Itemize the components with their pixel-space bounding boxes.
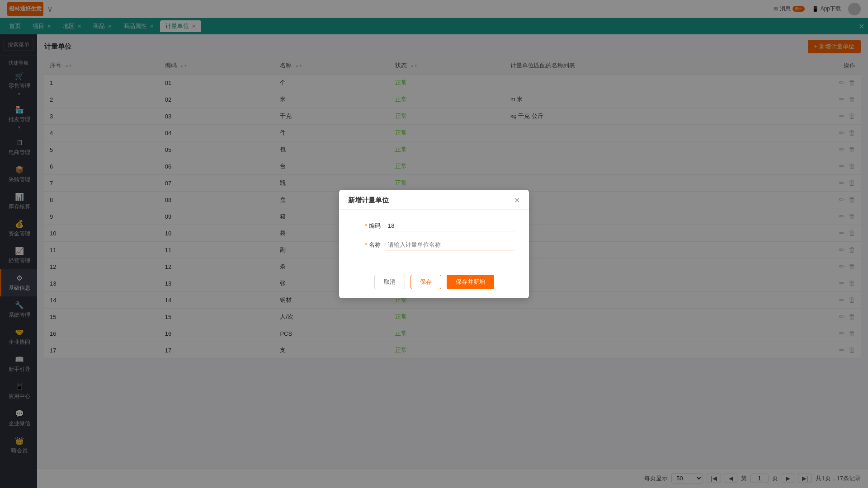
name-required-mark: * [365,241,367,248]
cancel-button[interactable]: 取消 [374,275,405,289]
modal-header: 新增计量单位 ✕ [339,190,529,210]
add-measure-unit-modal: 新增计量单位 ✕ *编码 *名称 取消 保存 保存并新增 [339,190,529,298]
form-row-name: *名称 [354,239,514,250]
save-and-new-button[interactable]: 保存并新增 [447,275,494,289]
modal-footer: 取消 保存 保存并新增 [339,269,529,298]
modal-overlay: 新增计量单位 ✕ *编码 *名称 取消 保存 保存并新增 [0,0,868,488]
form-code-label: *编码 [354,222,381,230]
code-required-mark: * [365,222,367,229]
form-row-code: *编码 [354,221,514,231]
form-code-input[interactable] [385,221,514,231]
modal-body: *编码 *名称 [339,210,529,269]
modal-title: 新增计量单位 [348,196,389,205]
form-name-label: *名称 [354,241,381,249]
form-name-input[interactable] [385,239,514,250]
modal-close-button[interactable]: ✕ [514,196,520,205]
save-button[interactable]: 保存 [410,275,441,289]
